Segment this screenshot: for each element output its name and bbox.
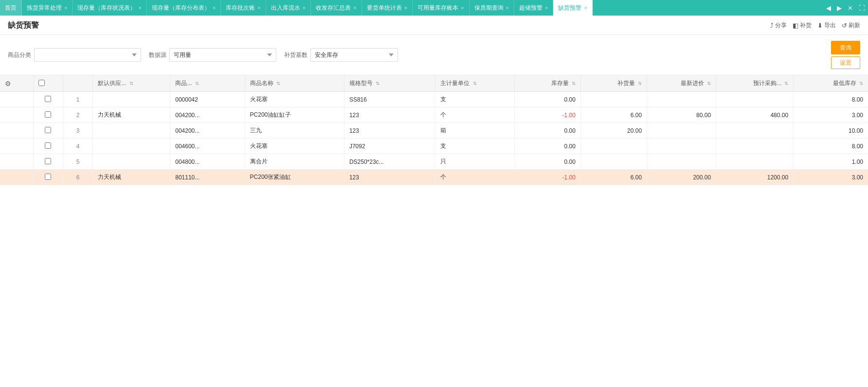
page-title: 缺货预警 (8, 20, 39, 31)
table-row: 6 力天机械 801110... PC200张紧油缸 123 个 -1.00 6… (0, 170, 868, 185)
row-checkbox-cell (33, 154, 63, 170)
tab-close-all-btn[interactable]: ✕ (845, 0, 856, 16)
col-header-spec[interactable]: 规格型号 ⇅ (344, 75, 435, 92)
row-stock-4: 0.00 (514, 154, 580, 170)
select-all-checkbox[interactable] (38, 80, 45, 86)
tab-next-btn[interactable]: ▶ (834, 0, 845, 16)
replenish-base-select[interactable]: 安全库存 (310, 48, 398, 62)
export-icon: ⬇ (817, 22, 823, 29)
col-header-replenish[interactable]: 补货量 ⇅ (580, 75, 647, 92)
tab-inventory-dist[interactable]: 现存量（库存分布表） × (147, 0, 221, 16)
query-button[interactable]: 查询 (831, 41, 860, 54)
tab-batch-account-close[interactable]: × (257, 5, 260, 11)
tab-inventory-dist-close[interactable]: × (213, 5, 216, 11)
tab-overstock-close[interactable]: × (545, 5, 548, 11)
row-stock-2: 0.00 (514, 123, 580, 139)
table-row: 1 0000042 火花塞 SS816 支 0.00 8.00 (0, 92, 868, 107)
tab-inout-flow[interactable]: 出入库流水 × (266, 0, 311, 16)
export-button[interactable]: ⬇ 导出 (817, 21, 836, 30)
row-checkbox-5[interactable] (45, 174, 51, 180)
col-header-price[interactable]: 最新进价 ⇅ (647, 75, 716, 92)
row-num-2: 3 (63, 123, 92, 139)
row-sku-3: 004600... (170, 139, 245, 154)
tab-expiry-query-close[interactable]: × (506, 5, 509, 11)
row-num-5: 6 (63, 170, 92, 185)
row-settings-cell (0, 92, 33, 107)
row-name-2: 三九 (245, 123, 344, 139)
row-checkbox-2[interactable] (45, 127, 51, 133)
share-button[interactable]: ⤴ 分享 (770, 21, 787, 30)
tab-expiry-query[interactable]: 保质期查询 × (470, 0, 514, 16)
datasource-select[interactable]: 可用量 (169, 48, 276, 62)
row-sku-2: 004200... (170, 123, 245, 139)
row-settings-cell (0, 107, 33, 123)
row-supplier-4 (93, 154, 170, 170)
filter-bar: 商品分类 数据源 可用量 补货基数 安全库存 查询 设置 (0, 35, 868, 75)
row-sku-4: 004800... (170, 154, 245, 170)
row-num-4: 5 (63, 154, 92, 170)
tab-available-ledger-close[interactable]: × (461, 5, 464, 11)
tab-inventory-status[interactable]: 现存量（库存状况表） × (72, 0, 146, 16)
tab-home[interactable]: 首页 (0, 0, 22, 16)
page-container: 缺货预警 ⤴ 分享 ◧ 补货 ⬇ 导出 ↺ 刷新 商品分类 (0, 16, 868, 387)
row-checkbox-0[interactable] (45, 96, 51, 102)
tab-available-ledger[interactable]: 可用量库存账本 × (413, 0, 469, 16)
col-header-purchase[interactable]: 预计采购... ⇅ (716, 75, 794, 92)
tab-shortage-close[interactable]: × (584, 5, 587, 11)
tab-shortage[interactable]: 缺货预警 × (553, 0, 592, 16)
table-settings-icon[interactable]: ⚙ (5, 80, 11, 88)
row-price-1: 80.00 (647, 107, 716, 123)
sku-sort-icon: ⇅ (195, 81, 199, 86)
tab-inout-flow-close[interactable]: × (303, 5, 306, 11)
category-select[interactable] (34, 48, 141, 62)
table-container: ⚙ 默认供应... ⇅ 商品... ⇅ 商品名称 (0, 75, 868, 185)
row-settings-cell (0, 170, 33, 185)
tab-overstock[interactable]: 超储预警 × (514, 0, 553, 16)
tab-inventory-status-close[interactable]: × (138, 5, 141, 11)
settings-button[interactable]: 设置 (831, 56, 860, 69)
col-header-sku[interactable]: 商品... ⇅ (170, 75, 245, 92)
replenish-button[interactable]: ◧ 补货 (793, 21, 812, 30)
row-checkbox-1[interactable] (45, 111, 51, 118)
row-replenish-0 (580, 92, 647, 107)
tab-prev-btn[interactable]: ◀ (823, 0, 834, 16)
row-minstock-3: 8.00 (794, 139, 868, 154)
replenish-icon: ◧ (793, 22, 798, 29)
row-checkbox-4[interactable] (45, 158, 51, 164)
stock-sort-icon: ⇅ (572, 81, 576, 86)
tab-collect-summary-close[interactable]: × (353, 5, 356, 11)
row-unit-2: 箱 (435, 123, 514, 139)
tab-order-stat-close[interactable]: × (404, 5, 407, 11)
tab-batch-account[interactable]: 库存批次账 × (221, 0, 266, 16)
row-replenish-2: 20.00 (580, 123, 647, 139)
row-stock-0: 0.00 (514, 92, 580, 107)
col-header-name[interactable]: 商品名称 ⇅ (245, 75, 344, 92)
row-name-5: PC200张紧油缸 (245, 170, 344, 185)
row-checkbox-3[interactable] (45, 142, 51, 149)
category-filter-group: 商品分类 (8, 48, 141, 62)
col-header-unit[interactable]: 主计量单位 ⇅ (435, 75, 514, 92)
replenish-sort-icon: ⇅ (638, 81, 642, 86)
row-unit-5: 个 (435, 170, 514, 185)
row-replenish-5: 6.00 (580, 170, 647, 185)
row-name-4: 离合片 (245, 154, 344, 170)
datasource-label: 数据源 (149, 51, 166, 59)
refresh-button[interactable]: ↺ 刷新 (842, 21, 860, 30)
row-unit-3: 支 (435, 139, 514, 154)
row-minstock-4: 1.00 (794, 154, 868, 170)
row-price-0 (647, 92, 716, 107)
row-stock-1: -1.00 (514, 107, 580, 123)
table-row: 5 004800... 离合片 DS250*23c... 只 0.00 1.00 (0, 154, 868, 170)
row-supplier-5: 力天机械 (93, 170, 170, 185)
row-spec-1: 123 (344, 107, 435, 123)
tab-exception[interactable]: 拣货异常处理 × (22, 0, 72, 16)
tab-order-stat[interactable]: 要货单统计表 × (362, 0, 413, 16)
tab-collect-summary[interactable]: 收发存汇总表 × (311, 0, 362, 16)
category-label: 商品分类 (8, 51, 31, 59)
col-header-stock[interactable]: 库存量 ⇅ (514, 75, 580, 92)
tab-exception-close[interactable]: × (64, 5, 67, 11)
col-header-supplier[interactable]: 默认供应... ⇅ (93, 75, 170, 92)
tab-expand-btn[interactable]: ⛶ (856, 0, 868, 16)
row-sku-1: 004200... (170, 107, 245, 123)
col-header-minstock[interactable]: 最低库存 ⇅ (794, 75, 868, 92)
